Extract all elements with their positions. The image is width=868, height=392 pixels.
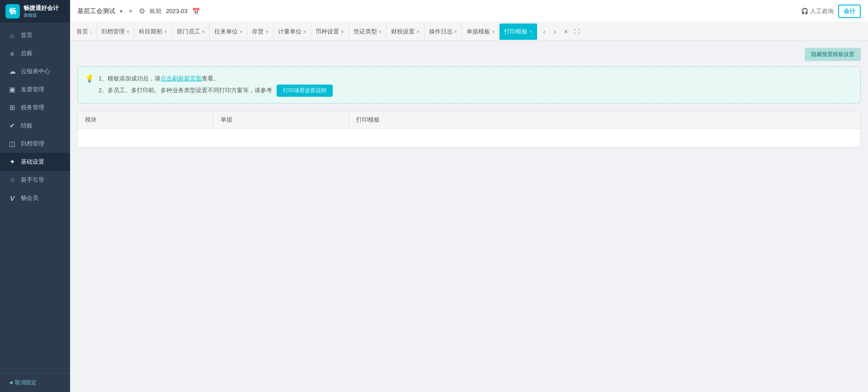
sidebar-item-label: 新手引导	[21, 176, 44, 184]
tab-currency-close[interactable]: ×	[341, 29, 344, 34]
sidebar-item-label: 归档管理	[21, 140, 44, 148]
checkout-icon: ✔	[8, 122, 16, 130]
th-document: 单据	[213, 111, 349, 128]
info-line1-link[interactable]: 点击刷新新页面	[160, 75, 202, 82]
cloud-icon: ☁	[8, 67, 16, 76]
sidebar-item-ledger[interactable]: ≡ 总账	[0, 44, 70, 62]
sidebar-item-reports[interactable]: ☁ 云报表中心	[0, 62, 70, 80]
print-scene-button[interactable]: 打印场景设置说明	[277, 85, 333, 97]
sidebar-item-label: 总账	[21, 49, 33, 57]
table-header: 模块 单据 打印模板	[78, 111, 860, 129]
tab-finance-close[interactable]: ×	[416, 29, 419, 34]
sidebar-item-settings[interactable]: ✦ 基础设置	[0, 153, 70, 171]
tab-oplog[interactable]: 操作日志 ×	[425, 24, 462, 40]
sidebar-item-label: 税务管理	[21, 104, 44, 112]
hide-preview-button[interactable]: 隐藏预置模板设置	[805, 48, 861, 61]
tab-home[interactable]: 首页 ‹	[72, 24, 97, 40]
logo-subtitle: 旗舰版	[24, 12, 59, 19]
tab-voucher[interactable]: 凭证类型 ×	[349, 24, 387, 40]
logo-text: 畅捷通好会计 旗舰版	[24, 4, 59, 19]
member-icon: V	[8, 194, 16, 202]
sidebar: 畅 畅捷通好会计 旗舰版 ⌂ 首页 ≡ 总账 ☁ 云报表中心 ▣ 发票管理 ⊞ …	[0, 0, 70, 392]
tab-dept[interactable]: 部门员工 ×	[172, 24, 210, 40]
guide-icon: ☆	[8, 176, 16, 184]
tab-label: 币种设置	[316, 28, 339, 36]
sidebar-item-checkout[interactable]: ✔ 结账	[0, 117, 70, 135]
home-icon: ⌂	[8, 32, 16, 39]
sidebar-item-label: 首页	[21, 31, 33, 39]
company-dropdown-icon[interactable]: ▾	[120, 8, 123, 14]
tab-archive-close[interactable]: ×	[127, 29, 129, 34]
tab-unit-close[interactable]: ×	[303, 29, 306, 34]
tab-currency[interactable]: 币种设置 ×	[311, 24, 349, 40]
tab-printtemplate-close[interactable]: ×	[529, 29, 532, 34]
info-line2: 2、多员工、多打印机、多种业务类型设置不同打印方案等，请参考 打印场景设置说明	[99, 85, 333, 97]
tab-unit[interactable]: 计量单位 ×	[274, 24, 311, 40]
invoice-icon: ▣	[8, 85, 16, 94]
tab-close-all-button[interactable]: ×	[561, 24, 571, 40]
sidebar-item-label: 发票管理	[21, 85, 44, 94]
tab-singledoc[interactable]: 单据模板 ×	[462, 24, 500, 40]
company-name: 基层工会测试	[77, 7, 115, 15]
topbar-right: 🎧 人工咨询 会计	[801, 5, 861, 18]
tab-next-button[interactable]: ›	[550, 24, 560, 40]
period-label: 账期	[150, 7, 161, 15]
kuaiji-button[interactable]: 会计	[838, 5, 861, 18]
ledger-icon: ≡	[8, 50, 16, 57]
sidebar-item-member[interactable]: V 畅会员	[0, 189, 70, 207]
add-tab-button[interactable]: ＋	[127, 6, 134, 16]
archive-icon: ◫	[8, 140, 16, 148]
sidebar-item-guide[interactable]: ☆ 新手引导	[0, 171, 70, 189]
tab-label: 单据模板	[467, 28, 490, 36]
tab-home-nav-icon: ‹	[90, 29, 92, 34]
tab-expand-button[interactable]: ⛶	[572, 24, 582, 40]
info-text-block: 1、模板添加成功后，请点击刷新新页面查看。 2、多员工、多打印机、多种业务类型设…	[99, 73, 333, 97]
tab-archive[interactable]: 归档管理 ×	[97, 24, 134, 40]
tab-label: 打印模板	[504, 28, 528, 36]
tab-finance[interactable]: 财税设置 ×	[387, 24, 424, 40]
tab-customer[interactable]: 往来单位 ×	[210, 24, 247, 40]
tab-dept-close[interactable]: ×	[202, 29, 205, 34]
logo-title: 畅捷通好会计	[24, 4, 59, 12]
tab-label: 科目期初	[139, 28, 162, 36]
period-value: 2023-03	[166, 8, 188, 14]
tab-label: 部门员工	[177, 28, 200, 36]
sidebar-unpin-button[interactable]: ◄ 取消固定	[0, 373, 70, 392]
info-line1: 1、模板添加成功后，请点击刷新新页面查看。	[99, 73, 333, 85]
main-area: 基层工会测试 ▾ ＋ ⚙ 账期 2023-03 📅 🎧 人工咨询 会计 首页 ‹…	[70, 0, 868, 392]
logo-icon: 畅	[5, 4, 20, 19]
tab-oplog-close[interactable]: ×	[454, 29, 457, 34]
sidebar-item-label: 畅会员	[21, 194, 38, 202]
settings-gear-icon[interactable]: ⚙	[139, 7, 145, 15]
sidebar-item-label: 云报表中心	[21, 67, 50, 76]
th-template: 打印模板	[349, 111, 860, 128]
tab-voucher-close[interactable]: ×	[379, 29, 382, 34]
tabbar: 首页 ‹ 归档管理 × 科目期初 × 部门员工 × 往来单位 × 存货 × 计量…	[70, 23, 868, 41]
tab-label: 往来单位	[214, 28, 238, 36]
tab-prev-button[interactable]: ‹	[539, 24, 549, 40]
service-label: 人工咨询	[810, 7, 834, 15]
tab-stock[interactable]: 存货 ×	[247, 24, 273, 40]
print-template-table: 模块 单据 打印模板	[77, 111, 861, 147]
calendar-icon[interactable]: 📅	[192, 8, 200, 15]
sidebar-item-label: 基础设置	[21, 158, 44, 166]
info-box: 💡 1、模板添加成功后，请点击刷新新页面查看。 2、多员工、多打印机、多种业务类…	[77, 66, 861, 104]
tab-label: 计量单位	[278, 28, 302, 36]
sidebar-item-home[interactable]: ⌂ 首页	[0, 26, 70, 44]
sidebar-item-invoice[interactable]: ▣ 发票管理	[0, 80, 70, 99]
tab-subject[interactable]: 科目期初 ×	[134, 24, 172, 40]
tab-subject-close[interactable]: ×	[164, 29, 167, 34]
sidebar-item-archive[interactable]: ◫ 归档管理	[0, 135, 70, 153]
sidebar-item-tax[interactable]: ⊞ 税务管理	[0, 99, 70, 117]
tab-label: 归档管理	[101, 28, 125, 36]
table-body	[78, 129, 860, 147]
tab-stock-close[interactable]: ×	[265, 29, 268, 34]
tab-label: 首页	[76, 28, 88, 36]
tab-singledoc-close[interactable]: ×	[492, 29, 495, 34]
tab-label: 凭证类型	[354, 28, 377, 36]
sidebar-item-label: 结账	[21, 122, 33, 130]
tab-customer-close[interactable]: ×	[240, 29, 242, 34]
tab-printtemplate[interactable]: 打印模板 ×	[500, 24, 537, 40]
bulb-icon: 💡	[85, 74, 94, 97]
service-button[interactable]: 🎧 人工咨询	[801, 7, 834, 15]
